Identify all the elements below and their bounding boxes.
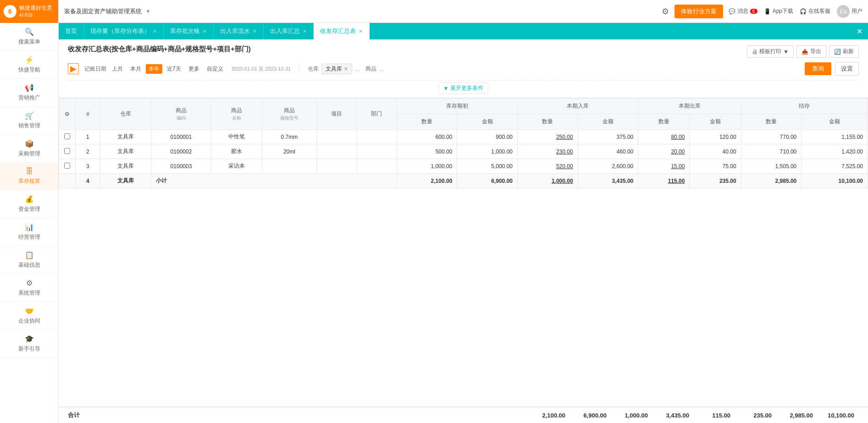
sidebar-item-quick[interactable]: ⚡ 快捷导航 — [0, 51, 58, 79]
settings-btn[interactable]: 设置 — [835, 62, 859, 76]
refresh-btn[interactable]: 🔄 刷新 — [829, 45, 859, 58]
goods-ellipsis[interactable]: ... — [379, 66, 384, 72]
sidebar-item-system[interactable]: ⚙ 系统管理 — [0, 274, 58, 302]
warehouse-tag: 文具库 ✕ — [321, 64, 352, 74]
sidebar-label-finance: 资金管理 — [18, 205, 40, 213]
col-warehouse: 仓库 — [100, 99, 151, 130]
expand-more-btn[interactable]: ▼ 展开更多条件 — [438, 82, 489, 94]
date-tab-自定义[interactable]: 自定义 — [204, 64, 226, 74]
row-checkbox[interactable] — [59, 159, 76, 174]
sidebar-icon-operations: 📊 — [25, 223, 34, 231]
main-area: 装备及固定资产辅助管理系统 ▼ ⚙ 体验行业方案 💬 消息 6 📱 App下载 … — [59, 0, 868, 423]
subtotal-out-qty[interactable]: 115.00 — [638, 174, 690, 188]
tab-close-stock_dist[interactable]: ✕ — [153, 28, 157, 34]
row-warehouse: 文具库 — [100, 130, 151, 144]
experience-btn[interactable]: 体验行业方案 — [674, 5, 723, 18]
date-tab-上月[interactable]: 上月 — [109, 64, 126, 74]
row-in-qty[interactable]: 520.00 — [517, 159, 578, 174]
date-tab-本月[interactable]: 本月 — [127, 64, 144, 74]
footer-in-amt: 3,435.00 — [652, 412, 694, 419]
sidebar-item-collab[interactable]: 🤝 企业协同 — [0, 302, 58, 330]
row-out-qty[interactable]: 15.00 — [638, 159, 690, 174]
row-in-amt: 460.00 — [578, 144, 638, 159]
row-goods-spec: 0.7mm — [262, 130, 317, 144]
row-end-qty: 710.00 — [741, 144, 802, 159]
query-btn[interactable]: 查询 — [805, 62, 831, 75]
user-item[interactable]: Ea 用户 — [837, 5, 862, 18]
sidebar-icon-inventory: 🗄 — [26, 167, 33, 176]
warehouse-tag-close[interactable]: ✕ — [344, 66, 348, 72]
sidebar-item-inventory[interactable]: 🗄 库存核算 — [0, 163, 58, 190]
topbar-right: 💬 消息 6 📱 App下载 🎧 在线客服 Ea 用户 — [729, 5, 862, 18]
online-service-label: 在线客服 — [808, 7, 830, 15]
export-label: 导出 — [810, 48, 821, 55]
row-seq: 2 — [76, 144, 100, 159]
export-btn[interactable]: 📤 导出 — [796, 45, 826, 58]
sidebar-item-purchase[interactable]: 📦 采购管理 — [0, 135, 58, 163]
print-btn[interactable]: 🖨 模板打印 ▼ — [747, 45, 794, 58]
date-tab-近7天[interactable]: 近7天 — [164, 64, 184, 74]
row-end-qty: 770.00 — [741, 130, 802, 144]
row-in-amt: 375.00 — [578, 130, 638, 144]
row-project — [316, 130, 356, 144]
subtotal-in-qty[interactable]: 1,000.00 — [517, 174, 578, 188]
message-item[interactable]: 💬 消息 6 — [729, 7, 757, 15]
row-goods-spec — [262, 159, 317, 174]
user-label: 用户 — [851, 7, 862, 15]
tab-recv_send_summary[interactable]: 收发存汇总表✕ — [314, 23, 370, 39]
online-service-item[interactable]: 🎧 在线客服 — [800, 7, 830, 15]
filter-toggle-btn[interactable]: ▶ — [68, 63, 79, 74]
date-tab-本年[interactable]: 本年 — [146, 64, 162, 74]
tab-close-batch_ledger[interactable]: ✕ — [203, 28, 207, 34]
warehouse-filter-group: 仓库 文具库 ✕ ... — [308, 64, 360, 74]
date-tab-更多[interactable]: 更多 — [186, 64, 202, 74]
sidebar-label-marketing: 营销推广 — [18, 94, 40, 102]
sidebar-item-marketing[interactable]: 📢 营销推广 — [0, 79, 58, 107]
tab-label-stock_dist: 现存量（库存分布表） — [90, 27, 150, 35]
tab-batch_ledger[interactable]: 库存批次账✕ — [164, 23, 214, 39]
sidebar-icon-basic: 📋 — [25, 251, 34, 259]
logo-title: 畅捷通好生意 — [19, 5, 52, 12]
app-download-item[interactable]: 📱 App下载 — [764, 7, 793, 15]
row-goods-code: 0100001 — [151, 130, 211, 144]
sidebar-label-inventory: 库存核算 — [18, 177, 40, 185]
date-filter-group: 记账日期 上月本月本年近7天更多自定义 — [84, 64, 226, 74]
tab-stock_dist[interactable]: 现存量（库存分布表）✕ — [84, 23, 164, 39]
headset-icon: 🎧 — [800, 8, 807, 15]
row-checkbox[interactable] — [59, 144, 76, 159]
sidebar-item-sales[interactable]: 🛒 销售管理 — [0, 107, 58, 135]
col-opening-amt: 金额 — [457, 114, 518, 130]
sidebar-item-finance[interactable]: 💰 资金管理 — [0, 190, 58, 218]
tab-home[interactable]: 首页 — [59, 23, 84, 39]
phone-icon: 📱 — [764, 8, 771, 15]
sidebar-icon-marketing: 📢 — [25, 83, 34, 92]
sidebar-item-basic[interactable]: 📋 基础信息 — [0, 246, 58, 274]
sidebar-item-guide[interactable]: 🎓 新手引导 — [0, 330, 58, 358]
sidebar-label-sales: 销售管理 — [18, 122, 40, 130]
row-opening-amt: 1,000.00 — [457, 144, 518, 159]
tab-close-inout_flow[interactable]: ✕ — [253, 28, 257, 34]
warehouse-tag-text: 文具库 — [326, 65, 342, 73]
tab-close-inout_summary[interactable]: ✕ — [303, 28, 307, 34]
sidebar-icon-guide: 🎓 — [25, 335, 34, 343]
col-settings[interactable]: ⚙ — [59, 99, 76, 130]
col-goods-spec: 商品规格型号 — [262, 99, 317, 130]
row-opening-amt: 5,000.00 — [457, 159, 518, 174]
message-badge: 6 — [750, 9, 757, 14]
row-out-qty[interactable]: 20.00 — [638, 144, 690, 159]
row-out-qty[interactable]: 80.00 — [638, 130, 690, 144]
sidebar-item-search[interactable]: 🔍 搜索菜单 — [0, 23, 58, 51]
sidebar-item-operations[interactable]: 📊 经营管理 — [0, 218, 58, 246]
settings-icon[interactable]: ⚙ — [662, 6, 669, 16]
tab-inout_flow[interactable]: 出入库流水✕ — [214, 23, 264, 39]
tab-inout_summary[interactable]: 出入库汇总✕ — [264, 23, 314, 39]
system-name: 装备及固定资产辅助管理系统 — [64, 7, 142, 16]
row-in-qty[interactable]: 230.00 — [517, 144, 578, 159]
tab-close-recv_send_summary[interactable]: ✕ — [359, 28, 363, 34]
tab-bar-close-all[interactable]: ✕ — [851, 27, 868, 36]
warehouse-ellipsis[interactable]: ... — [355, 66, 360, 72]
row-end-amt: 1,420.00 — [802, 144, 868, 159]
row-in-qty[interactable]: 250.00 — [517, 130, 578, 144]
row-checkbox[interactable] — [59, 130, 76, 144]
avatar: Ea — [837, 5, 850, 18]
